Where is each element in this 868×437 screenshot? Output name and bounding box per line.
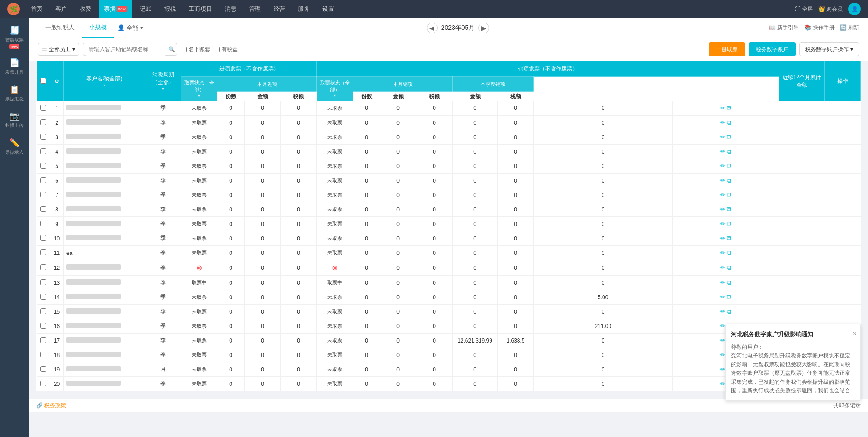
copy-btn[interactable]: ⧉ <box>727 133 731 141</box>
row-checkbox-cell[interactable] <box>37 145 50 159</box>
edit-btn[interactable]: ✏ <box>720 380 726 387</box>
row-checkbox[interactable] <box>40 235 46 241</box>
user-avatar[interactable]: 👤 <box>848 3 861 15</box>
row-checkbox-cell[interactable] <box>37 202 50 217</box>
guide-btn[interactable]: 📖 新手引导 <box>769 24 799 32</box>
row-checkbox-cell[interactable] <box>37 260 50 276</box>
subaccount-filter[interactable]: 名下账套 <box>181 46 210 53</box>
nav-manage[interactable]: 管理 <box>244 0 266 18</box>
copy-btn[interactable]: ⧉ <box>727 279 731 286</box>
copy-btn[interactable]: ⧉ <box>727 235 731 242</box>
row-checkbox[interactable] <box>40 366 46 372</box>
row-checkbox[interactable] <box>40 264 46 270</box>
nav-home[interactable]: 首页 <box>25 0 48 18</box>
taxdisk-filter[interactable]: 有税盘 <box>214 46 238 53</box>
nav-business[interactable]: 工商项目 <box>183 0 217 18</box>
edit-btn[interactable]: ✏ <box>720 162 726 169</box>
row-checkbox[interactable] <box>40 148 46 154</box>
edit-btn[interactable]: ✏ <box>720 249 726 256</box>
row-checkbox[interactable] <box>40 294 46 300</box>
sidebar-item-summary[interactable]: 📋 票据汇总 <box>2 81 27 106</box>
copy-btn[interactable]: ⧉ <box>727 206 731 213</box>
fullscreen-btn[interactable]: ⛶ 全屏 <box>795 5 812 13</box>
prev-month-btn[interactable]: ◀ <box>427 23 438 33</box>
edit-btn[interactable]: ✏ <box>720 351 726 358</box>
edit-btn[interactable]: ✏ <box>720 293 726 301</box>
copy-btn[interactable]: ⧉ <box>727 293 731 301</box>
row-checkbox[interactable] <box>40 381 46 386</box>
edit-btn[interactable]: ✏ <box>720 104 726 112</box>
edit-btn[interactable]: ✏ <box>720 337 726 344</box>
row-checkbox-cell[interactable] <box>37 276 50 290</box>
row-checkbox-cell[interactable] <box>37 290 50 305</box>
row-checkbox[interactable] <box>40 163 46 169</box>
nav-operations[interactable]: 经营 <box>268 0 291 18</box>
edit-btn[interactable]: ✏ <box>720 322 726 329</box>
nav-tax[interactable]: 报税 <box>159 0 181 18</box>
row-checkbox[interactable] <box>40 105 46 111</box>
nav-invoice[interactable]: 票据 new <box>99 0 132 18</box>
nav-accounting[interactable]: 记账 <box>134 0 157 18</box>
edit-btn[interactable]: ✏ <box>720 264 726 271</box>
subaccount-checkbox[interactable] <box>181 47 187 52</box>
row-checkbox-cell[interactable] <box>37 348 50 362</box>
row-checkbox-cell[interactable] <box>37 319 50 334</box>
row-checkbox[interactable] <box>40 323 46 329</box>
sidebar-item-fetch[interactable]: 🧾 智能取票 new <box>2 22 27 52</box>
copy-btn[interactable]: ⧉ <box>727 119 731 126</box>
row-checkbox-cell[interactable] <box>37 101 50 116</box>
row-checkbox[interactable] <box>40 192 46 197</box>
row-checkbox[interactable] <box>40 206 46 212</box>
nav-service[interactable]: 服务 <box>292 0 315 18</box>
row-checkbox[interactable] <box>40 308 46 314</box>
tab-all[interactable]: 👤 全能 ▾ <box>114 24 147 32</box>
copy-btn[interactable]: ⧉ <box>727 249 731 256</box>
edit-btn[interactable]: ✏ <box>720 148 726 155</box>
nav-message[interactable]: 消息 <box>219 0 242 18</box>
copy-btn[interactable]: ⧉ <box>727 220 731 227</box>
refresh-btn[interactable]: 🔄 刷新 <box>840 24 859 32</box>
copy-btn[interactable]: ⧉ <box>727 191 731 198</box>
edit-btn[interactable]: ✏ <box>720 366 726 373</box>
notification-close-btn[interactable]: × <box>853 328 857 340</box>
search-input[interactable] <box>85 43 166 56</box>
copy-btn[interactable]: ⧉ <box>727 104 731 112</box>
nav-billing[interactable]: 收费 <box>74 0 97 18</box>
edit-btn[interactable]: ✏ <box>720 308 726 315</box>
row-checkbox-cell[interactable] <box>37 362 50 377</box>
row-checkbox-cell[interactable] <box>37 130 50 145</box>
digital-account-btn[interactable]: 税务数字账户 <box>749 42 796 56</box>
taxdisk-checkbox[interactable] <box>214 47 220 52</box>
row-checkbox[interactable] <box>40 119 46 125</box>
sidebar-item-entry[interactable]: ✏️ 票据录入 <box>2 134 27 159</box>
sidebar-item-scan[interactable]: 📷 扫描上传 <box>2 108 27 132</box>
copy-btn[interactable]: ⧉ <box>727 264 731 271</box>
copy-btn[interactable]: ⧉ <box>727 148 731 155</box>
row-checkbox-cell[interactable] <box>37 246 50 260</box>
row-checkbox-cell[interactable] <box>37 217 50 231</box>
row-checkbox-cell[interactable] <box>37 188 50 202</box>
row-checkbox-cell[interactable] <box>37 174 50 188</box>
row-checkbox-cell[interactable] <box>37 159 50 174</box>
member-btn[interactable]: 👑 购会员 <box>818 5 843 13</box>
fetch-all-btn[interactable]: 一键取票 <box>709 42 745 56</box>
edit-btn[interactable]: ✏ <box>720 119 726 126</box>
digital-account-ops-btn[interactable]: 税务数字账户操作 ▾ <box>799 42 859 56</box>
next-month-btn[interactable]: ▶ <box>478 23 489 33</box>
nav-customer[interactable]: 客户 <box>50 0 72 18</box>
row-checkbox[interactable] <box>40 221 46 226</box>
sidebar-item-open[interactable]: 📄 发票开具 <box>2 54 27 79</box>
row-checkbox[interactable] <box>40 249 46 255</box>
manual-btn[interactable]: 📚 操作手册 <box>804 24 834 32</box>
edit-btn[interactable]: ✏ <box>720 279 726 286</box>
row-checkbox-cell[interactable] <box>37 334 50 348</box>
nav-settings[interactable]: 设置 <box>317 0 340 18</box>
tab-general-taxpayer[interactable]: 一般纳税人 <box>38 18 82 38</box>
row-checkbox-cell[interactable] <box>37 231 50 246</box>
select-all-checkbox[interactable] <box>40 78 46 84</box>
copy-btn[interactable]: ⧉ <box>727 162 731 169</box>
row-checkbox[interactable] <box>40 352 46 357</box>
copy-btn[interactable]: ⧉ <box>727 177 731 184</box>
row-checkbox[interactable] <box>40 279 46 285</box>
tab-small-scale[interactable]: 小规模 <box>82 18 114 38</box>
